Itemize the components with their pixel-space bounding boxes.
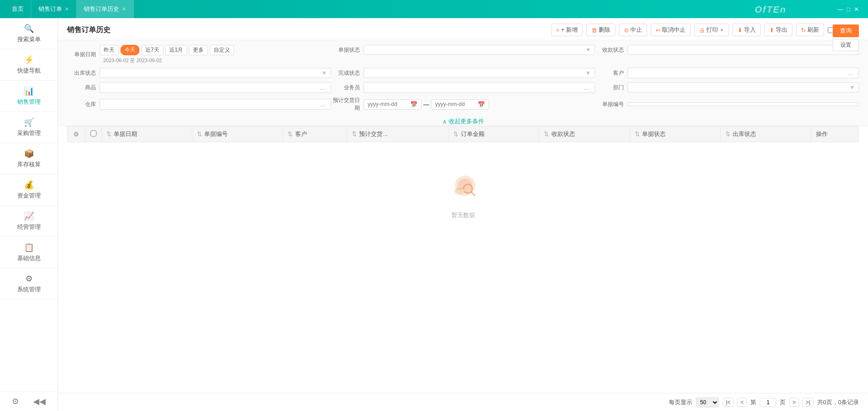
- warehouse-ellipsis-icon[interactable]: ...: [318, 101, 327, 108]
- customer-label: 客户: [595, 69, 628, 77]
- close-button[interactable]: ✕: [854, 6, 859, 13]
- calendar-from-icon: 📅: [410, 101, 417, 108]
- sidebar-item-search[interactable]: 🔍 搜索菜单: [0, 18, 58, 49]
- sidebar-item-sales-label: 销售管理: [17, 98, 41, 106]
- date-today-btn[interactable]: 今天: [120, 45, 139, 55]
- doc-no-input[interactable]: [628, 102, 859, 106]
- sidebar-item-sales[interactable]: 📊 销售管理: [0, 81, 58, 112]
- date-custom-btn[interactable]: 自定义: [210, 45, 234, 55]
- receipt-status-select[interactable]: ▼: [628, 45, 859, 55]
- th-doc-date-sort-icon: ⇅: [106, 131, 111, 137]
- stop-label: 中止: [630, 26, 642, 34]
- export-label: 导出: [776, 26, 787, 34]
- th-doc-date[interactable]: ⇅ 单据日期: [102, 126, 192, 142]
- outbound-select[interactable]: ▼: [100, 68, 331, 78]
- date-yesterday-btn[interactable]: 昨天: [100, 45, 119, 55]
- th-doc-no[interactable]: ⇅ 单据编号: [192, 126, 283, 142]
- prev-page-button[interactable]: <: [737, 398, 747, 407]
- expected-date-to-wrap[interactable]: 📅: [431, 99, 489, 110]
- expected-date-from-input[interactable]: [368, 101, 408, 107]
- customer-input[interactable]: ...: [628, 68, 859, 78]
- date-range-text: 2023-06-02 至 2023-06-02: [103, 57, 234, 64]
- sidebar-item-purchase-label: 采购管理: [17, 129, 41, 137]
- date-more-btn[interactable]: 更多: [189, 45, 208, 55]
- last-page-button[interactable]: >|: [802, 398, 813, 407]
- date-1month-btn[interactable]: 近1月: [165, 45, 187, 55]
- search-menu-icon: 🔍: [24, 24, 34, 34]
- maximize-button[interactable]: □: [847, 6, 850, 13]
- empty-text: 暂无数据: [451, 211, 475, 219]
- per-page-label: 每页显示: [669, 398, 692, 406]
- minimize-button[interactable]: —: [837, 6, 843, 13]
- delete-button[interactable]: 🗑 删除: [586, 24, 615, 36]
- dept-select[interactable]: ▼: [628, 82, 859, 92]
- sidebar-item-system[interactable]: ⚙ 系统管理: [0, 268, 58, 300]
- next-page-button[interactable]: >: [789, 398, 799, 407]
- settings-button[interactable]: 设置: [833, 39, 859, 51]
- calendar-to-icon: 📅: [478, 101, 485, 108]
- table-settings-icon[interactable]: ⚙: [73, 131, 79, 138]
- tab-sales-order-history-close[interactable]: ✕: [122, 6, 126, 12]
- salesman-input[interactable]: ...: [364, 82, 595, 93]
- th-receipt-status[interactable]: ⇅ 收款状态: [539, 126, 630, 142]
- page-input[interactable]: [760, 398, 776, 407]
- status-select[interactable]: ▼: [364, 45, 595, 55]
- sidebar-item-finance[interactable]: 💰 资金管理: [0, 174, 58, 206]
- complete-select[interactable]: ▼: [364, 68, 595, 78]
- first-page-button[interactable]: |<: [723, 398, 734, 407]
- new-button[interactable]: + + 新增: [551, 24, 583, 36]
- stop-button[interactable]: ⊘ 中止: [619, 24, 647, 36]
- settings-bottom-icon[interactable]: ⚙: [12, 396, 19, 406]
- refresh-button[interactable]: ↻ 刷新: [796, 24, 824, 36]
- cancel-stop-button[interactable]: ↩ 取消中止: [651, 24, 691, 36]
- print-button[interactable]: 🖨 打印 ▼: [694, 24, 729, 36]
- import-button[interactable]: ⬇ 导入: [733, 24, 761, 36]
- sidebar-item-operations-label: 经营管理: [17, 223, 41, 231]
- complete-label: 完成状态: [331, 69, 364, 77]
- product-ellipsis-icon[interactable]: ...: [318, 84, 327, 91]
- salesman-ellipsis-icon[interactable]: ...: [582, 84, 591, 91]
- delete-label: 删除: [599, 26, 610, 34]
- th-doc-no-sort-icon: ⇅: [197, 131, 202, 137]
- sidebar-item-inventory-label: 库存核算: [17, 160, 41, 169]
- page-suffix-label: 页: [780, 398, 786, 406]
- sidebar-item-purchase[interactable]: 🛒 采购管理: [0, 112, 58, 143]
- collapse-button[interactable]: ∧ 收起更多条件: [67, 116, 859, 126]
- volume-icon[interactable]: ◀◀: [33, 396, 46, 406]
- th-customer[interactable]: ⇅ 客户: [283, 126, 347, 142]
- tab-sales-order-history[interactable]: 销售订单历史 ✕: [77, 0, 134, 18]
- export-button[interactable]: ⬆ 导出: [764, 24, 792, 36]
- sidebar-item-basic-info[interactable]: 📋 基础信息: [0, 237, 58, 268]
- sidebar-item-inventory[interactable]: 📦 库存核算: [0, 143, 58, 174]
- print-label: 打印: [706, 26, 718, 34]
- product-label: 商品: [67, 84, 100, 92]
- product-input[interactable]: ...: [100, 82, 331, 93]
- collapse-text: 收起更多条件: [449, 117, 484, 126]
- pagination-bar: 每页显示 50 10 20 100 |< < 第 页 > >| 共0页，0条记录: [58, 393, 868, 411]
- sidebar-item-quick-nav-label: 快捷导航: [17, 67, 41, 75]
- status-label: 单据状态: [331, 46, 364, 54]
- expected-date-to-input[interactable]: [435, 101, 476, 107]
- per-page-select[interactable]: 50 10 20 100: [696, 397, 719, 407]
- th-receipt-sort-icon: ⇅: [544, 131, 549, 137]
- sidebar-item-operations[interactable]: 📈 经营管理: [0, 206, 58, 237]
- new-icon: +: [556, 27, 560, 34]
- th-expected-date[interactable]: ⇅ 预计交货...: [347, 126, 449, 142]
- date-7days-btn[interactable]: 近7天: [141, 45, 163, 55]
- tab-home[interactable]: 首页: [5, 0, 31, 18]
- th-order-amount[interactable]: ⇅ 订单金额: [449, 126, 539, 142]
- th-outbound-status[interactable]: ⇅ 出库状态: [720, 126, 811, 142]
- sidebar-item-quick-nav[interactable]: ⚡ 快捷导航: [0, 49, 58, 81]
- expected-date-from-wrap[interactable]: 📅: [364, 99, 422, 110]
- warehouse-input[interactable]: ...: [100, 99, 331, 110]
- th-doc-status[interactable]: ⇅ 单据状态: [630, 126, 720, 142]
- query-button[interactable]: 查询: [833, 24, 859, 37]
- tab-sales-order[interactable]: 销售订单 ✕: [31, 0, 77, 18]
- inventory-icon: 📦: [24, 149, 34, 159]
- tab-sales-order-close[interactable]: ✕: [65, 6, 69, 12]
- cancel-stop-label: 取消中止: [662, 26, 686, 34]
- table-select-all-checkbox[interactable]: [91, 131, 96, 136]
- th-operation: 操作: [811, 126, 858, 142]
- customer-ellipsis-icon[interactable]: ...: [846, 69, 855, 77]
- empty-state: 暂无数据: [67, 142, 859, 247]
